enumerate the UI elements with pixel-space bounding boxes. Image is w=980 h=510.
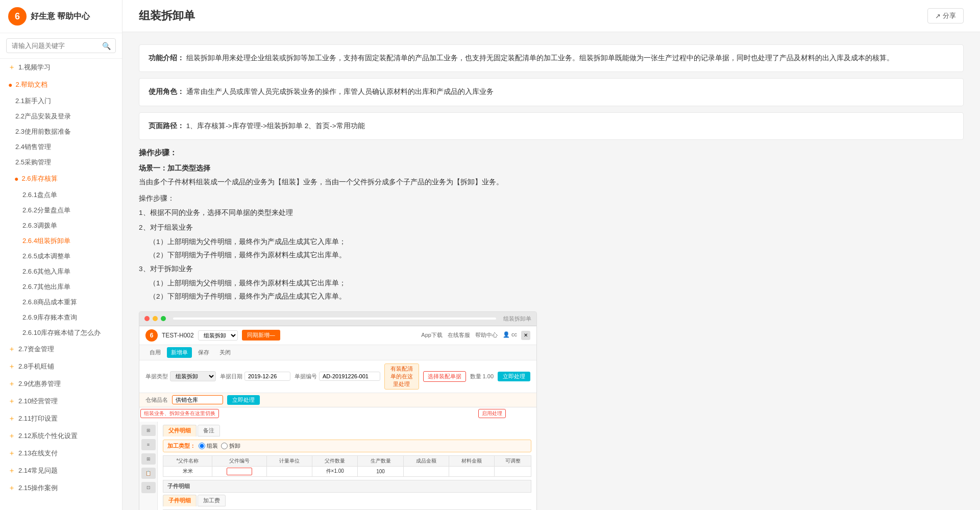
sidebar-subitem-23[interactable]: 2.3使用前数据准备 — [0, 124, 122, 139]
sidebar-subitem-268[interactable]: 2.6.8商品成本重算 — [0, 295, 122, 310]
sidebar-subitem-266[interactable]: 2.6.6其他入库单 — [0, 264, 122, 279]
scene1-title: 场景一：加工类型选择 — [139, 164, 964, 173]
scene1-step2a: （1）上部明细为父件明细，最终作为产成品生成其它入库单； — [139, 236, 964, 248]
role-label: 使用角色： — [149, 88, 184, 95]
erp-upper-tabs: 父件明细 备注 — [163, 425, 531, 436]
ops-title: 操作步骤： — [139, 148, 964, 158]
path-box: 页面路径： 1、库存核算->库存管理->组装拆卸单 2、首页->常用功能 — [139, 112, 964, 140]
erp-icon-app: App下载 — [421, 331, 443, 339]
erp-company: TEST-H002 — [162, 332, 194, 339]
upper-td-unit-1 — [266, 466, 312, 476]
erp-body: ⊞ ≡ ⊞ 📋 ⊡ 父件明细 备注 — [139, 422, 536, 510]
sidebar-item-212[interactable]: ＋ 2.12系统个性化设置 — [0, 427, 122, 445]
upper-table-row-1: 米米 件×1.00 100 — [163, 466, 531, 476]
browser-label: 组装拆卸单 — [503, 315, 531, 323]
tab-parent[interactable]: 父件明细 — [163, 425, 197, 436]
sidebar-item-docs[interactable]: ● 2.帮助文档 — [0, 76, 122, 93]
erp-notice: 有装配清单的在这里处理 — [384, 363, 419, 390]
upper-td-prodamt-1 — [403, 466, 449, 476]
search-input[interactable] — [6, 38, 116, 53]
scene1-step2b: （2）下部明细为子件明细，最终作为原材料生成其它出库单。 — [139, 249, 964, 261]
warehouse-input[interactable] — [172, 395, 223, 404]
main-header: 组装拆卸单 ↗ 分享 — [122, 0, 980, 32]
func-intro-text: 组装拆卸单用来处理企业组装或拆卸等加工业务，支持有固定装配清单的产品加工业务，也… — [186, 54, 894, 62]
docnum-input[interactable] — [319, 372, 380, 381]
path-text: 1、库存核算->库存管理->组装拆卸单 2、首页->常用功能 — [186, 122, 365, 130]
sidebar-subitem-269[interactable]: 2.6.9库存账本查询 — [0, 310, 122, 325]
left-icon-4[interactable]: 📋 — [141, 468, 156, 479]
date-input[interactable] — [244, 372, 290, 381]
role-text: 通常由生产人员或库管人员完成拆装业务的操作，库管人员确认原材料的出库和产成品的入… — [186, 88, 494, 95]
sidebar-item-213[interactable]: ＋ 2.13在线支付 — [0, 445, 122, 462]
field-date: 单据日期 — [220, 372, 290, 381]
upper-td-adjust-1 — [495, 466, 531, 476]
sidebar-item-211[interactable]: ＋ 2.11打印设置 — [0, 410, 122, 427]
lower-tab-fee[interactable]: 加工费 — [198, 495, 226, 506]
sidebar-item-210[interactable]: ＋ 2.10经营管理 — [0, 393, 122, 410]
sidebar-item-video[interactable]: ＋ 1.视频学习 — [0, 59, 122, 76]
lower-section-header: 子件明细 — [163, 480, 531, 493]
confirm-btn[interactable]: 立即处理 — [498, 372, 530, 381]
erp-close-btn[interactable]: ✕ — [521, 331, 530, 340]
erp-icon-help: 帮助中心 — [475, 331, 498, 339]
sidebar-item-29[interactable]: ＋ 2.9优惠券管理 — [0, 375, 122, 393]
upper-td-qty-1: 件×1.00 — [312, 466, 358, 476]
upper-td-id-1 — [212, 466, 267, 476]
sidebar-subitem-21[interactable]: 2.1新手入门 — [0, 93, 122, 109]
lower-tab-child[interactable]: 子件明细 — [163, 495, 197, 506]
erp-nav-home[interactable]: 自用 — [145, 347, 165, 358]
sidebar-subitem-264[interactable]: 2.6.4组装拆卸单 — [0, 233, 122, 249]
tab-remark[interactable]: 备注 — [198, 425, 220, 436]
sidebar: 6 好生意 帮助中心 🔍 ＋ 1.视频学习 ● 2.帮助文档 2.1新手入门 2… — [0, 0, 122, 510]
upper-th-prod-amt: 成品金额 — [403, 455, 449, 466]
left-icon-5[interactable]: ⊡ — [141, 482, 156, 493]
search-box: 🔍 — [0, 33, 122, 59]
sidebar-item-27[interactable]: ＋ 2.7资金管理 — [0, 341, 122, 358]
confirm-btn2[interactable]: 立即处理 — [227, 395, 260, 405]
sidebar-item-215[interactable]: ＋ 2.15操作案例 — [0, 479, 122, 497]
erp-icon-user: 👤 cc — [503, 331, 517, 339]
date-label: 单据日期 — [220, 373, 242, 380]
type-radio-assemble[interactable]: 组装 — [199, 442, 218, 450]
erp-subtoolbar: 仓储品名 立即处理 组装业务、拆卸业务在这里切换 启用处理 — [139, 393, 536, 407]
sidebar-subitem-265[interactable]: 2.6.5成本调整单 — [0, 249, 122, 264]
browser-bar: 组装拆卸单 — [139, 312, 536, 326]
search-icon[interactable]: 🔍 — [102, 42, 111, 50]
nav-section: ＋ 1.视频学习 ● 2.帮助文档 2.1新手入门 2.2产品安装及登录 2.3… — [0, 59, 122, 497]
sidebar-subitem-24[interactable]: 2.4销售管理 — [0, 139, 122, 155]
sidebar-subitem-2610[interactable]: 2.6.10库存账本错了怎么办 — [0, 325, 122, 341]
erp-dropdown[interactable]: 组装拆卸 — [198, 330, 238, 341]
sidebar-subitem-261[interactable]: 2.6.1盘点单 — [0, 187, 122, 203]
erp-nav-close[interactable]: 关闭 — [215, 347, 235, 358]
upper-td-prod-1: 100 — [358, 466, 403, 476]
sidebar-subitem-262[interactable]: 2.6.2分量盘点单 — [0, 203, 122, 218]
erp-new-btn[interactable]: 同期新增— — [242, 330, 280, 341]
upper-td-matamt-1 — [449, 466, 494, 476]
sidebar-subitem-263[interactable]: 2.6.3调拨单 — [0, 218, 122, 233]
upper-th-unit: 计量单位 — [266, 455, 312, 466]
sidebar-subitem-22[interactable]: 2.2产品安装及登录 — [0, 109, 122, 124]
sidebar-subitem-25[interactable]: 2.5采购管理 — [0, 155, 122, 170]
share-button[interactable]: ↗ 分享 — [927, 8, 964, 23]
type-select[interactable]: 组装拆卸 — [170, 371, 216, 381]
erp-nav-new[interactable]: 新增单 — [167, 347, 192, 358]
erp-lower-tabs: 子件明细 加工费 — [163, 495, 531, 506]
expand-icon-26: ● — [14, 175, 18, 183]
left-icon-1[interactable]: ⊞ — [141, 425, 156, 436]
upper-th-name: *父件名称 — [163, 455, 212, 466]
erp-nav-save[interactable]: 保存 — [194, 347, 213, 358]
upper-th-adjust: 可调整 — [495, 455, 531, 466]
sidebar-subitem-267[interactable]: 2.6.7其他出库单 — [0, 279, 122, 295]
type-radio-disassemble[interactable]: 拆卸 — [221, 442, 240, 450]
upper-td-id-input-1[interactable] — [227, 468, 252, 475]
left-icon-2[interactable]: ≡ — [141, 439, 156, 450]
erp-logo: 6 — [145, 329, 158, 342]
sidebar-item-214[interactable]: ＋ 2.14常见问题 — [0, 462, 122, 479]
upper-td-name-1: 米米 — [163, 466, 212, 476]
left-icon-3[interactable]: ⊞ — [141, 453, 156, 465]
select-doc-btn[interactable]: 选择装配单据 — [423, 371, 466, 382]
sidebar-subitem-26[interactable]: ● 2.6库存核算 — [0, 170, 122, 187]
sidebar-item-28[interactable]: ＋ 2.8手机旺铺 — [0, 358, 122, 375]
role-box: 使用角色： 通常由生产人员或库管人员完成拆装业务的操作，库管人员确认原材料的出库… — [139, 78, 964, 106]
expand-icon-docs: ● — [8, 81, 12, 89]
